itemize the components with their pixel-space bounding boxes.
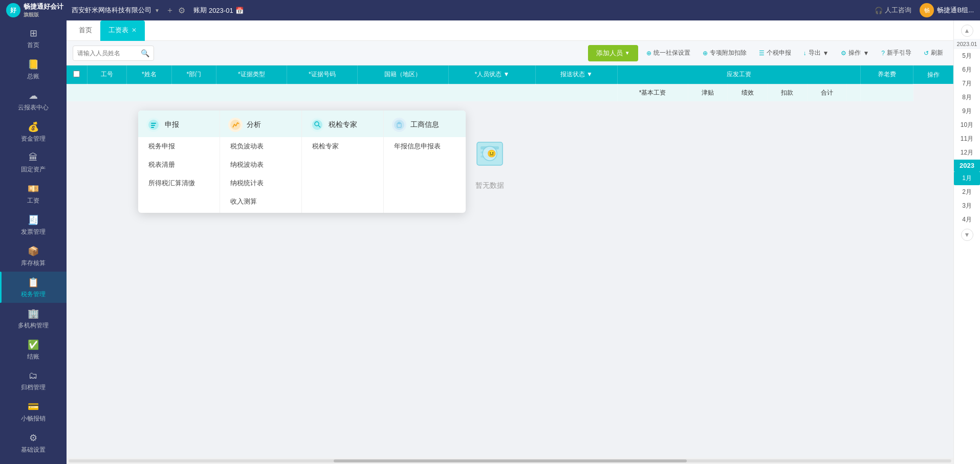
dropdown-item-tax-form[interactable]: 税表清册 xyxy=(138,156,220,174)
company-name: 西安虾米网络科技有限公司 xyxy=(72,6,151,15)
social-insurance-button[interactable]: ⊕ 统一社保设置 xyxy=(642,47,694,59)
sidebar-item-expense[interactable]: 💳 小畅报销 xyxy=(0,396,67,427)
dropdown-col-taxcheck-header: 税检专家 xyxy=(302,111,383,137)
timeline-month-5[interactable]: 5月 xyxy=(954,49,980,63)
guide-button[interactable]: ? 新手引导 xyxy=(877,47,916,59)
tab-close-icon[interactable]: ✕ xyxy=(132,27,137,34)
svg-rect-8 xyxy=(151,125,155,126)
logo-icon: 好 xyxy=(6,3,20,17)
timeline-panel: ▲ 2023.01 5月 6月 7月 8月 9月 10月 11月 12月 202… xyxy=(953,20,980,464)
settings-gear-icon: ⚙ xyxy=(29,432,37,444)
header-wage-group: 应发工资 xyxy=(617,65,861,84)
empty-illustration: 😐 xyxy=(469,132,510,173)
timeline-month-12[interactable]: 12月 xyxy=(954,146,980,160)
report-filter-icon[interactable]: ▼ xyxy=(586,71,593,78)
guide-q-icon: ? xyxy=(881,50,885,57)
dropdown-item-annual-report[interactable]: 年报信息申报表 xyxy=(384,137,466,156)
subheader-empty xyxy=(67,84,617,101)
content-area: 首页 工资表 ✕ 🔍 添加人员 ▼ ⊕ 统一社保设置 ⊕ 专项附 xyxy=(67,20,953,464)
tab-bar: 首页 工资表 ✕ xyxy=(67,20,953,41)
svg-rect-9 xyxy=(151,127,154,128)
timeline-up-button[interactable]: ▲ xyxy=(961,25,973,37)
timeline-month-2[interactable]: 2月 xyxy=(954,185,980,199)
period-selector[interactable]: 账期 2023-01 📅 xyxy=(193,6,244,15)
timeline-month-10[interactable]: 10月 xyxy=(954,118,980,132)
sidebar-item-tax[interactable]: 📋 税务管理 xyxy=(0,272,67,303)
refresh-label: 刷新 xyxy=(931,49,943,57)
special-deduction-button[interactable]: ⊕ 专项附加扣除 xyxy=(699,47,751,59)
svg-text:😐: 😐 xyxy=(487,149,496,158)
sidebar: ⊞ 首页 📒 总账 ☁ 云报表中心 💰 资金管理 🏛 固定 xyxy=(0,20,67,464)
sidebar-item-payroll[interactable]: 💴 工资 xyxy=(0,178,67,209)
export-icon: ↓ xyxy=(803,50,807,57)
timeline-year-label: 2023 xyxy=(954,160,980,171)
refresh-button[interactable]: ↺ 刷新 xyxy=(920,47,947,59)
scrollbar-thumb[interactable] xyxy=(334,459,687,462)
service-button[interactable]: 🎧 人工咨询 xyxy=(875,6,911,15)
select-all-checkbox[interactable] xyxy=(73,71,80,77)
status-filter-icon[interactable]: ▼ xyxy=(503,71,509,78)
sidebar-item-multi-org[interactable]: 🏢 多机构管理 xyxy=(0,303,67,334)
company-selector[interactable]: 西安虾米网络科技有限公司 ▼ xyxy=(72,6,160,15)
horizontal-scrollbar[interactable] xyxy=(67,458,953,464)
ledger-icon: 📒 xyxy=(28,59,39,70)
timeline-month-7[interactable]: 7月 xyxy=(954,77,980,91)
dropdown-col-taxcheck: 税检专家 税检专家 xyxy=(302,111,384,213)
add-person-button[interactable]: 添加人员 ▼ xyxy=(588,45,638,61)
dropdown-item-tax-stats[interactable]: 纳税统计表 xyxy=(220,174,301,192)
timeline-month-9[interactable]: 9月 xyxy=(954,104,980,118)
timeline-down-button[interactable]: ▼ xyxy=(961,229,973,241)
settings-icon[interactable]: ⚙ xyxy=(178,6,185,15)
user-menu[interactable]: 畅 畅捷通B组... xyxy=(920,3,974,17)
sidebar-item-archive[interactable]: 🗂 归档管理 xyxy=(0,365,67,396)
tab-payroll[interactable]: 工资表 ✕ xyxy=(100,20,145,41)
close-books-icon: ✅ xyxy=(28,339,39,350)
service-label: 人工咨询 xyxy=(885,6,911,15)
sidebar-item-close[interactable]: ✅ 结账 xyxy=(0,334,67,365)
sidebar-item-guide[interactable]: 🚀 新手引导 xyxy=(0,458,67,464)
calendar-icon[interactable]: 📅 xyxy=(235,7,244,14)
timeline-month-1-active[interactable]: 1月 xyxy=(954,171,980,185)
dropdown-item-income-calc[interactable]: 收入测算 xyxy=(220,192,301,211)
sidebar-item-cloud-reports[interactable]: ☁ 云报表中心 xyxy=(0,85,67,116)
sidebar-item-ledger[interactable]: 📒 总账 xyxy=(0,54,67,85)
sidebar-item-assets[interactable]: 🏛 固定资产 xyxy=(0,147,67,178)
timeline-month-8[interactable]: 8月 xyxy=(954,91,980,104)
declaration-title: 申报 xyxy=(165,120,179,129)
app-name: 畅捷通好会计 xyxy=(24,2,63,11)
tax-decl-label: 个税申报 xyxy=(767,49,791,57)
tax-declaration-button[interactable]: ☰ 个税申报 xyxy=(755,47,795,59)
taxcheck-title: 税检专家 xyxy=(329,120,357,129)
sidebar-item-funds[interactable]: 💰 资金管理 xyxy=(0,116,67,147)
dropdown-item-tax-burden[interactable]: 税负波动表 xyxy=(220,137,301,156)
analysis-title: 分析 xyxy=(247,120,261,129)
subheader-action xyxy=(861,84,913,101)
dropdown-item-income-tax[interactable]: 所得税汇算清缴 xyxy=(138,174,220,192)
header-nationality: 国籍（地区） xyxy=(357,65,448,84)
search-input[interactable] xyxy=(77,50,139,57)
add-company-button[interactable]: ＋ xyxy=(166,5,174,16)
sidebar-item-settings[interactable]: ⚙ 基础设置 xyxy=(0,427,67,458)
subheader-pension xyxy=(847,84,861,101)
sidebar-item-home[interactable]: ⊞ 首页 xyxy=(0,23,67,54)
dropdown-item-taxcheck-expert[interactable]: 税检专家 xyxy=(302,137,383,156)
tab-home[interactable]: 首页 xyxy=(71,20,100,41)
operation-button[interactable]: ⚙ 操作 ▼ xyxy=(837,47,873,59)
timeline-month-4[interactable]: 4月 xyxy=(954,213,980,227)
subheader-deductions: 扣款 xyxy=(767,84,807,101)
header-status: *人员状态 ▼ xyxy=(449,65,536,84)
timeline-month-6[interactable]: 6月 xyxy=(954,63,980,77)
invoice-icon: 🧾 xyxy=(28,214,39,226)
search-icon: 🔍 xyxy=(141,49,149,57)
scrollbar-track xyxy=(69,459,951,462)
timeline-month-11[interactable]: 11月 xyxy=(954,132,980,146)
sidebar-item-invoice[interactable]: 🧾 发票管理 xyxy=(0,209,67,240)
home-icon: ⊞ xyxy=(30,28,37,39)
bizinfo-title: 工商信息 xyxy=(410,120,439,129)
export-button[interactable]: ↓ 导出 ▼ xyxy=(799,47,833,59)
timeline-month-3[interactable]: 3月 xyxy=(954,199,980,213)
dropdown-item-tax-fluctuation[interactable]: 纳税波动表 xyxy=(220,156,301,174)
sidebar-item-inventory[interactable]: 📦 库存核算 xyxy=(0,240,67,272)
tax-decl-icon: ☰ xyxy=(759,50,765,57)
dropdown-item-tax-declaration[interactable]: 税务申报 xyxy=(138,137,220,156)
